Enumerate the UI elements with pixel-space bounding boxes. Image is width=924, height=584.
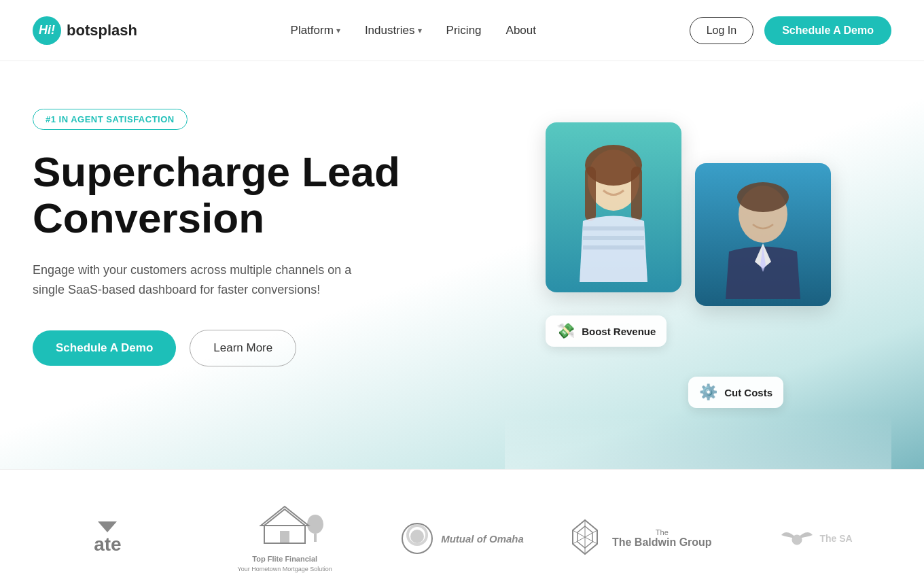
other-logo-text: The SA [819,526,852,551]
logos-row: ate Top Flite Financial Your Hometo [33,504,891,574]
person-woman-icon [546,122,681,292]
hero-content: #1 IN AGENT SATISFACTION Supercharge Lea… [33,102,505,366]
svg-rect-5 [583,236,644,240]
svg-point-24 [792,535,802,545]
mutual-omaha-text: Mutual of Omaha [441,533,524,545]
person-card-woman [546,122,681,292]
navbar: Hi! botsplash Platform ▾ Industries ▾ Pr… [0,0,924,61]
cut-costs-badge: ⚙️ Cut Costs [688,377,783,408]
nav-platform[interactable]: Platform ▾ [291,24,340,37]
svg-rect-13 [280,531,289,543]
logo-ate: ate [33,521,183,555]
svg-point-14 [307,515,323,534]
logo-bubble: Hi! [33,16,61,45]
learn-more-button[interactable]: Learn More [190,330,296,366]
cut-costs-icon: ⚙️ [699,383,717,401]
hero-visuals: 💸 Boost Revenue ⚙️ Cut Costs [505,102,891,469]
schedule-demo-button-hero[interactable]: Schedule A Demo [33,330,176,366]
svg-rect-2 [585,167,596,221]
person-man-icon [695,163,831,306]
nav-actions: Log In Schedule A Demo [690,16,891,45]
hero-overlay [505,415,891,469]
schedule-demo-button-nav[interactable]: Schedule A Demo [764,16,891,45]
logos-section: ate Top Flite Financial Your Hometo [0,469,924,584]
boost-icon: 💸 [556,322,575,340]
logo-topflite: Top Flite Financial Your Hometown Mortga… [210,504,360,574]
logo[interactable]: Hi! botsplash [33,16,137,45]
svg-rect-6 [583,245,644,250]
hero-subtitle: Engage with your customers across multip… [33,260,372,300]
person-card-man [695,163,831,306]
logo-baldwin-group: The The Baldwin Group [564,517,714,561]
svg-point-8 [737,182,789,212]
topflite-text: Top Flite Financial Your Hometown Mortga… [238,554,332,574]
logo-text: botsplash [67,22,137,39]
ate-arrow-icon [98,521,117,532]
chevron-down-icon: ▾ [418,26,422,35]
boost-revenue-badge: 💸 Boost Revenue [546,315,667,347]
hero-section: #1 IN AGENT SATISFACTION Supercharge Lea… [0,61,924,469]
nav-about[interactable]: About [506,24,536,37]
logo-mutual-omaha: Mutual of Omaha [387,521,537,555]
svg-rect-3 [631,167,642,221]
nav-pricing[interactable]: Pricing [446,24,482,37]
svg-point-17 [410,530,424,543]
agent-satisfaction-badge: #1 IN AGENT SATISFACTION [33,109,188,130]
nav-links: Platform ▾ Industries ▾ Pricing About [291,24,536,37]
svg-rect-15 [314,534,317,542]
login-button[interactable]: Log In [690,17,753,44]
hero-title: Supercharge Lead Conversion [33,149,505,241]
logo-other: The SA [741,525,891,552]
chevron-down-icon: ▾ [336,26,340,35]
nav-industries[interactable]: Industries ▾ [365,24,422,37]
hero-buttons: Schedule A Demo Learn More [33,330,505,366]
svg-rect-4 [583,226,644,230]
baldwin-text: The The Baldwin Group [612,528,712,549]
